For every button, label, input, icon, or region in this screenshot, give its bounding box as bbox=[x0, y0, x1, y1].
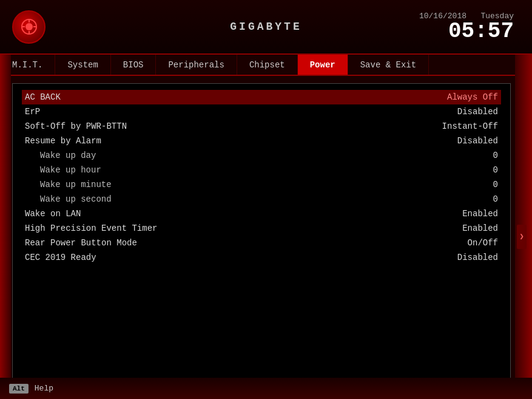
nav-item-save-exit[interactable]: Save & Exit bbox=[348, 55, 429, 75]
table-row[interactable]: Wake up day0 bbox=[22, 148, 501, 163]
setting-label: Wake up second bbox=[25, 194, 112, 204]
setting-value: 0 bbox=[493, 194, 498, 204]
table-row[interactable]: Wake on LANEnabled bbox=[22, 206, 501, 221]
alt-badge: Alt bbox=[9, 384, 29, 394]
setting-value: On/Off bbox=[468, 238, 498, 248]
header: GIGABYTE 10/16/2018 Tuesday 05:57 bbox=[0, 0, 532, 55]
nav-item-power[interactable]: Power bbox=[298, 55, 348, 75]
setting-label: Wake up day bbox=[25, 151, 96, 160]
setting-label: CEC 2019 Ready bbox=[25, 253, 96, 262]
table-row[interactable]: Wake up hour0 bbox=[22, 163, 501, 177]
table-row[interactable]: CEC 2019 ReadyDisabled bbox=[22, 250, 501, 265]
setting-label: Rear Power Button Mode bbox=[25, 238, 137, 248]
table-row[interactable]: Resume by AlarmDisabled bbox=[22, 134, 501, 148]
setting-value: 0 bbox=[493, 151, 498, 160]
setting-value: Disabled bbox=[457, 253, 498, 262]
setting-value: Disabled bbox=[457, 136, 498, 146]
table-row[interactable]: Rear Power Button ModeOn/Off bbox=[22, 236, 501, 250]
content-wrapper: AC BACKAlways OffErPDisabledSoft-Off by … bbox=[0, 83, 532, 390]
brand-title: GIGABYTE bbox=[230, 21, 301, 33]
nav-item-peripherals[interactable]: Peripherals bbox=[156, 55, 237, 75]
nav-item-chipset[interactable]: Chipset bbox=[237, 55, 298, 75]
table-row[interactable]: Wake up second0 bbox=[22, 192, 501, 206]
nav-item-bios[interactable]: BIOS bbox=[111, 55, 157, 75]
nav-bar: M.I.T. System BIOS Peripherals Chipset P… bbox=[0, 55, 532, 76]
setting-value: 0 bbox=[493, 165, 498, 175]
table-row[interactable]: High Precision Event TimerEnabled bbox=[22, 221, 501, 236]
datetime-time: 05:57 bbox=[419, 21, 514, 43]
table-row[interactable]: ErPDisabled bbox=[22, 104, 501, 119]
table-row[interactable]: Wake up minute0 bbox=[22, 177, 501, 192]
main-content: AC BACKAlways OffErPDisabledSoft-Off by … bbox=[12, 83, 511, 390]
setting-label: ErP bbox=[25, 107, 40, 117]
logo-icon bbox=[12, 10, 45, 44]
setting-label: Wake up minute bbox=[25, 180, 112, 189]
settings-table: AC BACKAlways OffErPDisabledSoft-Off by … bbox=[13, 84, 510, 271]
table-row[interactable]: AC BACKAlways Off bbox=[22, 90, 501, 104]
setting-label: Resume by Alarm bbox=[25, 136, 101, 146]
right-arrow-button[interactable]: ❯ bbox=[517, 225, 527, 249]
setting-value: Enabled bbox=[462, 223, 498, 233]
help-text: Help bbox=[35, 384, 53, 393]
setting-value: Disabled bbox=[457, 107, 498, 117]
setting-value: 0 bbox=[493, 180, 498, 189]
datetime-area: 10/16/2018 Tuesday 05:57 bbox=[419, 12, 514, 43]
footer: Alt Help bbox=[0, 378, 532, 399]
svg-point-1 bbox=[25, 23, 33, 30]
setting-value: Always Off bbox=[447, 92, 498, 102]
setting-label: Soft-Off by PWR-BTTN bbox=[25, 121, 127, 131]
setting-label: Wake up hour bbox=[25, 165, 101, 175]
nav-item-system[interactable]: System bbox=[55, 55, 110, 75]
setting-label: AC BACK bbox=[25, 92, 61, 102]
setting-value: Enabled bbox=[462, 209, 498, 219]
setting-value: Instant-Off bbox=[442, 121, 498, 131]
setting-label: High Precision Event Timer bbox=[25, 223, 157, 233]
setting-label: Wake on LAN bbox=[25, 209, 81, 219]
logo-area bbox=[12, 10, 45, 44]
table-row[interactable]: Soft-Off by PWR-BTTNInstant-Off bbox=[22, 119, 501, 134]
